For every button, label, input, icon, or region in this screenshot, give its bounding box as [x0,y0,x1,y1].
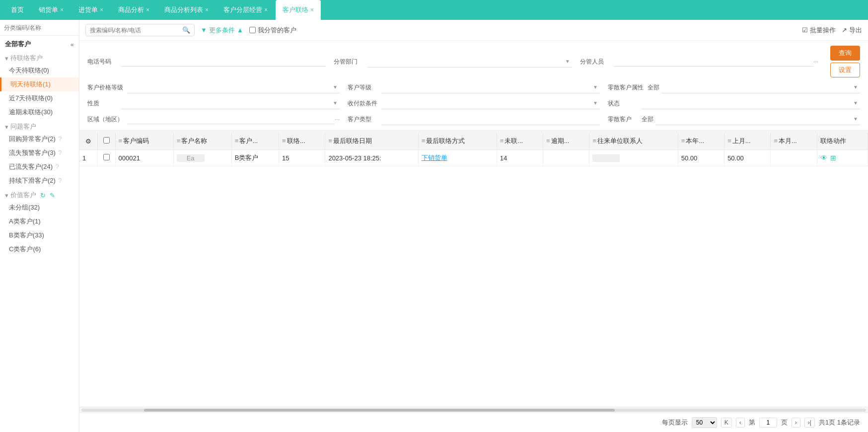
row-this-year: 50.00 [678,150,724,166]
filter-payment-select[interactable]: ▼ [381,97,600,109]
sidebar-item-today-pending[interactable]: 今天待联络(0) [0,64,79,77]
filter-person-input[interactable] [614,57,813,67]
select-all-checkbox[interactable] [103,137,110,144]
row-unit-contact [589,150,678,166]
problem-group-label: ▾ 问题客户 [0,119,79,132]
filter-retail-customer-select[interactable]: ▼ [655,113,860,125]
page-size-select[interactable]: 50 100 [692,417,717,428]
sidebar-item-declining[interactable]: 持续下滑客户(2) ? [0,174,79,188]
col-contacts: ≡联络... [279,133,325,150]
sidebar-item-churn-warning[interactable]: 流失预警客户(3) ? [0,146,79,160]
row-checkbox-cell [97,150,115,166]
sidebar-item-c-class[interactable]: C类客户(6) [0,242,79,256]
sidebar-item-7day-pending[interactable]: 近7天待联络(0) [0,91,79,105]
last-contact-method-link[interactable]: 下销货单 [422,154,447,161]
row-last-month: 50.00 [724,150,771,166]
page-number-input[interactable] [759,418,777,428]
filter-price-level: 客户价格等级 ▼ [87,81,340,93]
filter-person: 分管人员 ··· [580,57,818,67]
sidebar-item-ungrouped[interactable]: 未分组(32) [0,201,79,215]
footer: 每页显示 50 100 K ‹ 第 页 › ›| 共1页 1条记录 [79,413,868,432]
last-page-button[interactable]: ›| [804,418,815,428]
filter-price-level-select[interactable]: ▼ [127,81,340,93]
sidebar-item-tomorrow-pending[interactable]: 明天待联络(1) [0,77,79,91]
filter-person-dots[interactable]: ··· [813,58,818,65]
refresh-icon[interactable]: ↻ [40,192,46,199]
nav-sales-order[interactable]: 销货单 × [32,0,71,20]
edit-icon[interactable]: ✎ [50,192,55,199]
grid-action-icon[interactable]: ⊞ [830,154,836,162]
row-type: B类客户 [231,150,279,166]
all-customers-header[interactable]: 全部客户 « [0,36,79,51]
nav-product-analysis[interactable]: 商品分析 × [111,0,156,20]
arrow-down-icon-3: ▾ [5,192,8,199]
chevron-down-icon-clevel: ▼ [593,84,598,90]
nav-customer-contact[interactable]: 客户联络 × [276,0,321,20]
filter-phone-input[interactable] [121,57,326,67]
filter-region-input[interactable] [127,115,335,124]
filter-nature-select[interactable]: ▼ [121,97,340,109]
close-sales-order-icon[interactable]: × [60,6,64,13]
search-icon[interactable]: 🔍 [182,26,190,34]
query-button[interactable]: 查询 [830,46,860,61]
my-customer-checkbox[interactable] [249,27,256,33]
nav-product-analysis-list[interactable]: 商品分析列表 × [157,0,216,20]
bulk-op-button[interactable]: ☑ 批量操作 [802,26,836,35]
filter-nature: 性质 ▼ [87,97,340,109]
value-group-label: ▾ 价值客户 ↻ ✎ [0,188,79,201]
scrollbar-thumb[interactable] [144,409,615,412]
close-customer-tier-icon[interactable]: × [264,6,268,13]
filter-region-dots[interactable]: ··· [335,116,340,123]
nav-purchase-order[interactable]: 进货单 × [72,0,110,20]
col-overdue: ≡逾期... [543,133,589,150]
sidebar-item-a-class[interactable]: A类客户(1) [0,215,79,228]
sidebar-item-b-class[interactable]: B类客户(33) [0,228,79,242]
first-page-button[interactable]: K [721,418,732,428]
sidebar-item-abnormal-repurchase[interactable]: 回购异常客户(2) ? [0,132,79,146]
filter-region: 区域（地区） ··· [87,115,340,124]
close-product-analysis-list-icon[interactable]: × [205,6,209,13]
filter-retail-attr-select[interactable]: ▼ [661,81,860,93]
pending-group-label: ▾ 待联络客户 [0,51,79,64]
search-input[interactable] [90,27,180,34]
filter-row-4: 区域（地区） ··· 客户类型 零散客户 全部 ▼ [87,113,860,125]
search-bar: 🔍 ▼ 更多条件 ▲ 我分管的客户 ☑ 批量操作 ↗ 导出 [79,20,868,41]
table-header-row: ⚙ ≡客户编码 ≡客户名称 ≡客户... ≡联络... ≡最后联络日期 ≡最后联… [79,133,868,150]
row-contacts: 15 [279,150,325,166]
sidebar-item-overdue-pending[interactable]: 逾期未联络(30) [0,105,79,119]
close-product-analysis-icon[interactable]: × [146,6,149,13]
chevron-down-icon-dept: ▼ [565,59,570,64]
horizontal-scrollbar[interactable] [79,407,868,413]
filter-status-select[interactable]: ▼ [642,97,860,109]
filter-dept-select[interactable]: ▼ [367,56,572,68]
prev-page-button[interactable]: ‹ [736,418,745,428]
sidebar-item-churned[interactable]: 已流失客户(24) ? [0,160,79,174]
more-filter-button[interactable]: ▼ 更多条件 ▲ [201,26,243,35]
export-icon: ↗ [842,26,847,34]
next-page-button[interactable]: › [792,418,800,428]
scrollbar-track [81,409,866,412]
row-name: Ea [173,150,231,166]
nav-customer-tier[interactable]: 客户分层经营 × [217,0,275,20]
top-navigation: 首页 销货单 × 进货单 × 商品分析 × 商品分析列表 × 客户分层经营 × … [0,0,868,20]
filter-customer-type-select[interactable] [381,113,600,125]
filter-retail-attr: 零散客户属性 全部 ▼ [608,81,860,93]
nav-home[interactable]: 首页 [4,0,31,20]
collapse-icon[interactable]: « [71,41,74,48]
col-name: ≡客户名称 [173,133,231,150]
my-customer-checkbox-area: 我分管的客户 [249,26,296,35]
row-checkbox[interactable] [103,154,110,160]
question-icon-4: ? [58,177,62,184]
set-button[interactable]: 设置 [830,63,860,77]
filter-row-1: 电话号码 分管部门 ▼ 分管人员 ··· 查询 设置 [87,46,860,77]
filter-customer-level-select[interactable]: ▼ [381,81,600,93]
close-customer-contact-icon[interactable]: × [310,6,314,13]
sidebar-search-input[interactable] [4,24,78,31]
filter-phone: 电话号码 [87,57,326,67]
col-unlinkd: ≡未联... [497,133,543,150]
arrow-down-icon: ▾ [5,55,8,62]
view-action-icon[interactable]: 👁 [820,154,827,162]
export-button[interactable]: ↗ 导出 [842,26,862,35]
col-settings[interactable]: ⚙ [79,133,97,150]
close-purchase-order-icon[interactable]: × [100,6,103,13]
